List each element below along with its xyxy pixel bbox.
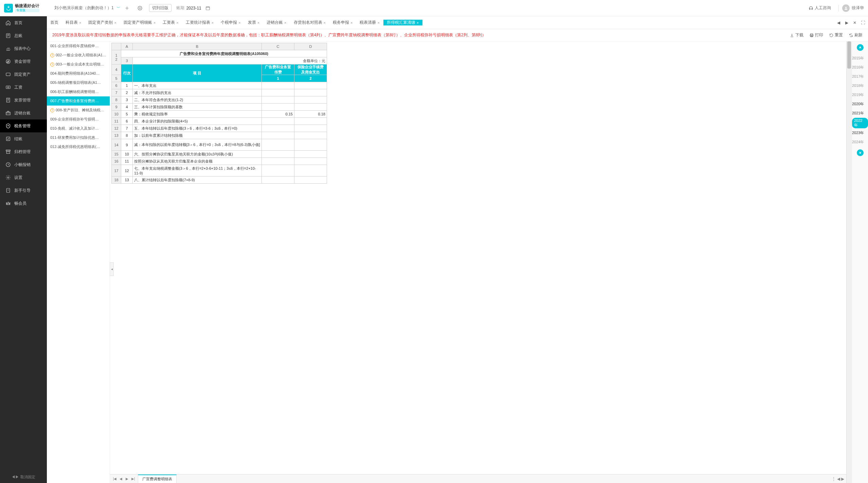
sheet-prev-icon[interactable]: ◀ (118, 476, 124, 482)
form-list-item[interactable]: 012-减免所得税优惠明细表(… (47, 142, 110, 151)
sidebar-item-guide[interactable]: 新手引导 (0, 184, 47, 197)
cell-value-d[interactable] (294, 158, 327, 165)
user-menu[interactable]: 徐泽华 (842, 4, 864, 12)
sidebar-item-stock[interactable]: 进销台账 (0, 107, 47, 119)
row-header[interactable]: 18 (112, 177, 121, 184)
row-header[interactable]: 9 (112, 104, 121, 111)
year-item[interactable]: 2020年 (852, 99, 868, 109)
tab[interactable]: 所得税汇算清缴× (383, 20, 422, 25)
cell-value-c[interactable] (262, 177, 294, 184)
cell-rownum[interactable]: 11 (121, 158, 133, 165)
scroll-down-icon[interactable] (857, 149, 864, 156)
cell-rownum[interactable]: 8 (121, 132, 133, 139)
corner-cell[interactable] (112, 43, 121, 50)
row-header[interactable]: 8 (112, 96, 121, 104)
row-header[interactable]: 17 (112, 165, 121, 177)
close-icon[interactable]: × (284, 21, 286, 25)
row-header[interactable]: 11 (112, 118, 121, 125)
sheet-first-icon[interactable]: |◀ (112, 476, 117, 482)
cell-value-d[interactable] (294, 165, 327, 177)
cell-value-d[interactable] (294, 125, 327, 132)
form-list-item[interactable]: 005-纳税调整项目明细表(A1… (47, 78, 110, 87)
sheet-next-icon[interactable]: ▶ (124, 476, 130, 482)
year-item[interactable]: 2021年 (852, 109, 868, 118)
close-icon[interactable]: × (324, 21, 326, 25)
cell-value-c[interactable] (262, 89, 294, 96)
tab[interactable]: 税务申报× (329, 20, 356, 25)
close-icon[interactable]: × (79, 21, 81, 25)
cell-value-d[interactable] (294, 82, 327, 89)
sidebar-item-ledger[interactable]: 总账 (0, 29, 47, 42)
form-list-item[interactable]: 011-研发费用加计扣除优惠… (47, 133, 110, 142)
cell-value-c[interactable] (262, 158, 294, 165)
col-D[interactable]: D (294, 43, 327, 50)
tab[interactable]: 存货别名对照表× (290, 20, 329, 25)
tab-prev-icon[interactable]: ◀ (835, 20, 842, 26)
refresh-button[interactable]: 刷新 (849, 32, 863, 38)
form-list-item[interactable]: ?002-一般企业收入明细表(A1… (47, 51, 110, 60)
close-icon[interactable]: × (238, 21, 240, 25)
gear-icon[interactable] (135, 4, 144, 13)
row-header[interactable]: 7 (112, 89, 121, 96)
sidebar-item-home[interactable]: 首页 (0, 16, 47, 29)
tab-next-icon[interactable]: ▶ (844, 20, 850, 26)
cell-value-d[interactable] (294, 151, 327, 158)
sidebar-item-close[interactable]: 结账 (0, 132, 47, 145)
cell-value-d[interactable] (294, 96, 327, 104)
collapse-handle[interactable]: ◂ (110, 262, 114, 276)
cell-rownum[interactable]: 13 (121, 177, 133, 184)
cell-value-c[interactable] (262, 139, 294, 151)
close-icon[interactable]: × (114, 21, 116, 25)
cell-value-c[interactable] (262, 165, 294, 177)
year-item[interactable]: 2022年 (852, 118, 868, 128)
switch-old-button[interactable]: 切到旧版 (149, 4, 171, 12)
download-button[interactable]: 下载 (790, 32, 803, 38)
row-header[interactable]: 13 (112, 132, 121, 139)
col-A[interactable]: A (121, 43, 133, 50)
tab[interactable]: 工资表× (159, 20, 182, 25)
reset-button[interactable]: 重置 (829, 32, 843, 38)
cell-value-c[interactable] (262, 132, 294, 139)
col-B[interactable]: B (133, 43, 262, 50)
close-icon[interactable]: × (377, 21, 379, 25)
row-header[interactable]: 14 (112, 139, 121, 151)
tab[interactable]: 固定资产类别× (85, 20, 120, 25)
cell-value-d[interactable] (294, 177, 327, 184)
cell-project[interactable]: 按照分摊协议从其他关联方归集至本企业的金额 (133, 158, 262, 165)
cell-value-d[interactable] (294, 118, 327, 125)
support-link[interactable]: 人工咨询 (809, 5, 831, 11)
sidebar-item-chart[interactable]: 报表中心 (0, 42, 47, 55)
close-icon[interactable]: × (350, 21, 352, 25)
cell-value-d[interactable] (294, 104, 327, 111)
cell-rownum[interactable]: 9 (121, 139, 133, 151)
sidebar-item-asset[interactable]: 固定资产 (0, 68, 47, 81)
col-C[interactable]: C (262, 43, 294, 50)
cell-value-c[interactable] (262, 96, 294, 104)
tab[interactable]: 工资统计报表× (182, 20, 217, 25)
cell-rownum[interactable]: 6 (121, 118, 133, 125)
cell-value-d[interactable] (294, 139, 327, 151)
tab-close-all-icon[interactable]: ✕ (852, 20, 858, 26)
tab[interactable]: 发票× (245, 20, 263, 25)
close-icon[interactable]: × (176, 21, 178, 25)
row-header[interactable]: 6 (112, 82, 121, 89)
close-icon[interactable]: × (417, 21, 419, 25)
cell-project[interactable]: 五、本年结转以后年度扣除额(3＞6，本行=3-6；3≤6，本行=0) (133, 125, 262, 132)
sidebar-item-settings[interactable]: 设置 (0, 171, 47, 184)
form-list-item[interactable]: 001-企业所得税年度纳税申… (47, 41, 110, 51)
cell-value-d[interactable] (294, 89, 327, 96)
sidebar-item-vip[interactable]: 畅会员 (0, 197, 47, 210)
cell-value-c[interactable]: 0.15 (262, 111, 294, 118)
cell-project[interactable]: 四、本企业计算的扣除限额(4×5) (133, 118, 262, 125)
fullscreen-icon[interactable]: ⛶ (860, 20, 866, 26)
scrollbar-thumb[interactable] (847, 41, 851, 69)
cell-value-c[interactable] (262, 151, 294, 158)
cell-rownum[interactable]: 3 (121, 96, 133, 104)
form-list-item[interactable]: ?008-资产折旧、摊销及纳税… (47, 106, 110, 115)
tab[interactable]: 科目表× (62, 20, 85, 25)
cell-project[interactable]: 三、本年计算扣除限额的基数 (133, 104, 262, 111)
cell-project[interactable]: 减：本年扣除的以前年度结转额[3＞6，本行=0；3≤6，本行=8与(6-3)孰小… (133, 139, 262, 151)
form-list-item[interactable]: ?003-一般企业成本支出明细… (47, 60, 110, 69)
tab[interactable]: 进销台账× (263, 20, 290, 25)
print-button[interactable]: 打印 (810, 32, 823, 38)
